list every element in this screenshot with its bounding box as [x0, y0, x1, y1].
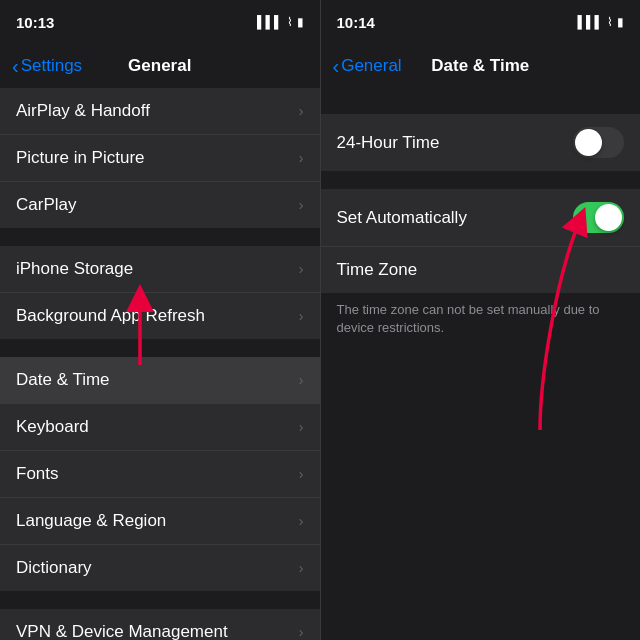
left-status-time: 10:13	[16, 14, 54, 31]
group-1: AirPlay & Handoff › Picture in Picture ›…	[0, 88, 320, 228]
24hour-toggle-knob	[575, 129, 602, 156]
dictionary-label: Dictionary	[16, 558, 92, 578]
left-nav-header: ‹ Settings General	[0, 44, 320, 88]
timezone-note: The time zone can not be set manually du…	[321, 293, 641, 349]
language-region-label: Language & Region	[16, 511, 166, 531]
item-iphone-storage[interactable]: iPhone Storage ›	[0, 246, 320, 293]
language-chevron-icon: ›	[299, 513, 304, 529]
keyboard-label: Keyboard	[16, 417, 89, 437]
right-section-2: Set Automatically Time Zone	[321, 189, 641, 293]
separator-1	[0, 228, 320, 246]
right-section-1: 24-Hour Time	[321, 114, 641, 171]
right-back-button[interactable]: ‹ General	[333, 56, 402, 76]
set-automatically-toggle-knob	[595, 204, 622, 231]
item-vpn[interactable]: VPN & Device Management ›	[0, 609, 320, 640]
group-4: VPN & Device Management ›	[0, 609, 320, 640]
vpn-label: VPN & Device Management	[16, 622, 228, 640]
fonts-chevron-icon: ›	[299, 466, 304, 482]
item-background-app-refresh[interactable]: Background App Refresh ›	[0, 293, 320, 339]
group-2: iPhone Storage › Background App Refresh …	[0, 246, 320, 339]
item-set-automatically[interactable]: Set Automatically	[321, 189, 641, 247]
right-battery-icon: ▮	[617, 15, 624, 29]
right-sep-top	[321, 96, 641, 114]
right-signal-icon: ▌▌▌	[577, 15, 603, 29]
airplay-handoff-label: AirPlay & Handoff	[16, 101, 150, 121]
airplay-handoff-chevron-icon: ›	[299, 103, 304, 119]
date-time-label: Date & Time	[16, 370, 110, 390]
right-wifi-icon: ⌇	[607, 15, 613, 29]
set-automatically-toggle[interactable]	[573, 202, 624, 233]
item-24hour-time[interactable]: 24-Hour Time	[321, 114, 641, 171]
24hour-toggle[interactable]	[573, 127, 624, 158]
left-back-button[interactable]: ‹ Settings	[12, 56, 82, 76]
left-back-chevron-icon: ‹	[12, 56, 19, 76]
item-time-zone[interactable]: Time Zone	[321, 247, 641, 293]
item-picture-in-picture[interactable]: Picture in Picture ›	[0, 135, 320, 182]
left-settings-list: AirPlay & Handoff › Picture in Picture ›…	[0, 88, 320, 640]
wifi-icon: ⌇	[287, 15, 293, 29]
right-status-icons: ▌▌▌ ⌇ ▮	[577, 15, 624, 29]
carplay-chevron-icon: ›	[299, 197, 304, 213]
right-back-chevron-icon: ‹	[333, 56, 340, 76]
keyboard-chevron-icon: ›	[299, 419, 304, 435]
item-keyboard[interactable]: Keyboard ›	[0, 404, 320, 451]
item-fonts[interactable]: Fonts ›	[0, 451, 320, 498]
item-language-region[interactable]: Language & Region ›	[0, 498, 320, 545]
separator-2	[0, 339, 320, 357]
bg-refresh-chevron-icon: ›	[299, 308, 304, 324]
item-dictionary[interactable]: Dictionary ›	[0, 545, 320, 591]
picture-in-picture-label: Picture in Picture	[16, 148, 145, 168]
group-3: Date & Time › Keyboard › Fonts › Languag…	[0, 357, 320, 591]
right-panel: 10:14 ▌▌▌ ⌇ ▮ ‹ General Date & Time 24-H…	[321, 0, 641, 640]
timezone-note-text: The time zone can not be set manually du…	[337, 302, 600, 335]
left-status-bar: 10:13 ▌▌▌ ⌇ ▮	[0, 0, 320, 44]
right-status-time: 10:14	[337, 14, 375, 31]
fonts-label: Fonts	[16, 464, 59, 484]
left-status-icons: ▌▌▌ ⌇ ▮	[257, 15, 304, 29]
right-sep-1	[321, 171, 641, 189]
right-status-bar: 10:14 ▌▌▌ ⌇ ▮	[321, 0, 641, 44]
left-nav-title: General	[128, 56, 191, 76]
item-date-time[interactable]: Date & Time ›	[0, 357, 320, 404]
time-zone-label: Time Zone	[337, 260, 418, 280]
background-app-refresh-label: Background App Refresh	[16, 306, 205, 326]
separator-3	[0, 591, 320, 609]
iphone-storage-label: iPhone Storage	[16, 259, 133, 279]
dictionary-chevron-icon: ›	[299, 560, 304, 576]
picture-chevron-icon: ›	[299, 150, 304, 166]
right-settings-list: 24-Hour Time Set Automatically Time Zone…	[321, 88, 641, 640]
right-nav-title: Date & Time	[431, 56, 529, 76]
24hour-time-label: 24-Hour Time	[337, 133, 440, 153]
left-panel: 10:13 ▌▌▌ ⌇ ▮ ‹ Settings General AirPlay…	[0, 0, 320, 640]
item-carplay[interactable]: CarPlay ›	[0, 182, 320, 228]
item-airplay-handoff[interactable]: AirPlay & Handoff ›	[0, 88, 320, 135]
storage-chevron-icon: ›	[299, 261, 304, 277]
carplay-label: CarPlay	[16, 195, 76, 215]
vpn-chevron-icon: ›	[299, 624, 304, 640]
battery-icon: ▮	[297, 15, 304, 29]
left-back-label: Settings	[21, 56, 82, 76]
signal-icon: ▌▌▌	[257, 15, 283, 29]
right-back-label: General	[341, 56, 401, 76]
right-nav-header: ‹ General Date & Time	[321, 44, 641, 88]
date-time-chevron-icon: ›	[299, 372, 304, 388]
set-automatically-label: Set Automatically	[337, 208, 467, 228]
